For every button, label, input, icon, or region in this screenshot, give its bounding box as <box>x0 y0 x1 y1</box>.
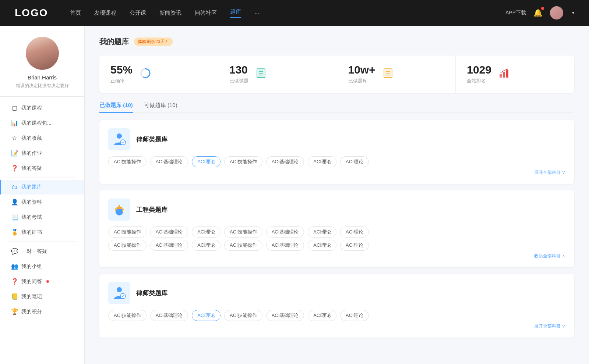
tag-2-1-2[interactable]: ACI理论 <box>192 240 221 251</box>
favorites-icon: ☆ <box>11 135 18 142</box>
tag-3-0[interactable]: ACI技能操作 <box>108 310 147 321</box>
tag-2-1-1[interactable]: ACI基础理论 <box>150 240 188 251</box>
tag-2-1-5[interactable]: ACI理论 <box>308 240 336 251</box>
sidebar-item-homework[interactable]: 📝 我的作业 <box>0 146 84 161</box>
tab-done-banks[interactable]: 已做题库 (10) <box>99 102 133 113</box>
navbar-right: APP下载 🔔 ▾ <box>505 6 574 19</box>
collapse-link-2[interactable]: 收起全部科目 ∧ <box>108 253 565 259</box>
tag-1-1[interactable]: ACI基础理论 <box>150 156 188 167</box>
tag-3-2[interactable]: ACI理论 <box>192 310 221 321</box>
tag-2-0-4[interactable]: ACI基础理论 <box>266 226 304 238</box>
sidebar: Brian Harris 错误的决定比没有决定要好 ▢ 我的课程 📊 我的课程包… <box>0 26 85 364</box>
svg-point-16 <box>117 133 122 139</box>
tag-2-1-0[interactable]: ACI技能操作 <box>108 240 147 251</box>
myqa-icon: ❓ <box>11 278 18 285</box>
sidebar-item-mycourse[interactable]: ▢ 我的课程 <box>0 100 84 115</box>
mypoints-icon: 🏆 <box>11 308 18 315</box>
tag-2-0-3[interactable]: ACI技能操作 <box>224 226 262 238</box>
tag-3-1[interactable]: ACI基础理论 <box>150 310 188 321</box>
sidebar-item-mycoursepack[interactable]: 📊 我的课程包... <box>0 115 84 131</box>
mygroup-icon: 👥 <box>11 263 18 270</box>
nav-news[interactable]: 新闻资讯 <box>159 10 181 17</box>
tag-3-4[interactable]: ACI基础理论 <box>266 310 304 321</box>
tag-3-6[interactable]: ACI理论 <box>340 310 369 321</box>
avatar-image <box>550 6 563 19</box>
nav-menu: 首页 发现课程 公开课 新闻资讯 问答社区 题库 ··· <box>70 8 505 18</box>
nav-discover[interactable]: 发现课程 <box>94 10 116 17</box>
user-avatar[interactable] <box>550 6 563 19</box>
bank-card-3-tags: ACI技能操作 ACI基础理论 ACI理论 ACI技能操作 ACI基础理论 AC… <box>108 310 565 321</box>
bank-card-1-title: 律师类题库 <box>136 135 167 144</box>
sidebar-item-questionbank[interactable]: 🗂 我的题库 <box>0 180 84 195</box>
main-content: 我的题库 体验剩余23天！ 55% 正确率 130 <box>85 26 589 364</box>
app-download-button[interactable]: APP下载 <box>505 10 526 16</box>
svg-rect-13 <box>503 72 505 78</box>
tag-2-1-6[interactable]: ACI理论 <box>340 240 369 251</box>
tag-3-5[interactable]: ACI理论 <box>308 310 336 321</box>
avatar-dropdown-arrow[interactable]: ▾ <box>572 10 574 15</box>
sidebar-item-myprofile[interactable]: 👤 我的资料 <box>0 195 84 210</box>
tag-2-1-3[interactable]: ACI技能操作 <box>224 240 262 251</box>
stat-done-banks: 10w+ 已做题库 <box>337 56 456 93</box>
profile-motto: 错误的决定比没有决定要好 <box>16 83 69 89</box>
sidebar-item-myqa[interactable]: ❓ 我的问答 <box>0 274 84 289</box>
bank-card-2-tags-row1: ACI技能操作 ACI基础理论 ACI理论 ACI技能操作 ACI基础理论 AC… <box>108 226 565 238</box>
stat-accuracy-label: 正确率 <box>110 78 133 84</box>
stat-accuracy: 55% 正确率 <box>99 56 218 93</box>
avatar-image <box>26 37 59 70</box>
stat-done-questions: 130 已做试题 <box>218 56 337 93</box>
expand-link-1[interactable]: 展开全部科目 ∨ <box>108 169 565 176</box>
tag-2-0-1[interactable]: ACI基础理论 <box>150 226 188 238</box>
nav-home[interactable]: 首页 <box>70 10 81 17</box>
sidebar-item-1on1[interactable]: 💬 一对一答疑 <box>0 244 84 259</box>
expand-link-3[interactable]: 展开全部科目 ∨ <box>108 323 565 329</box>
tag-1-0[interactable]: ACI技能操作 <box>108 156 147 167</box>
stat-done-banks-icon <box>383 68 393 81</box>
sidebar-divider-1 <box>7 178 77 178</box>
sidebar-item-mygroup[interactable]: 👥 我的小组 <box>0 259 84 274</box>
tag-1-3[interactable]: ACI技能操作 <box>224 156 262 167</box>
svg-rect-14 <box>506 70 508 78</box>
bank-card-2-tags-row2: ACI技能操作 ACI基础理论 ACI理论 ACI技能操作 ACI基础理论 AC… <box>108 240 565 251</box>
sidebar-item-qa[interactable]: ❓ 我的答疑 <box>0 161 84 176</box>
svg-point-21 <box>117 287 122 292</box>
bank-card-2: 工程类题库 ACI技能操作 ACI基础理论 ACI理论 ACI技能操作 ACI基… <box>99 190 574 267</box>
stat-accuracy-icon <box>140 68 151 81</box>
bank-card-3: 律师类题库 ACI技能操作 ACI基础理论 ACI理论 ACI技能操作 ACI基… <box>99 274 574 338</box>
stat-done-banks-label: 已做题库 <box>348 78 375 84</box>
navbar: LOGO 首页 发现课程 公开课 新闻资讯 问答社区 题库 ··· APP下载 … <box>0 0 589 26</box>
tag-1-2[interactable]: ACI理论 <box>192 156 221 167</box>
nav-more[interactable]: ··· <box>254 10 259 16</box>
stat-done-banks-value: 10w+ <box>348 64 375 75</box>
nav-opencourse[interactable]: 公开课 <box>130 10 146 17</box>
sidebar-item-favorites[interactable]: ☆ 我的收藏 <box>0 131 84 146</box>
profile-name: Brian Harris <box>28 74 57 81</box>
homework-icon: 📝 <box>11 150 18 157</box>
bank-card-1-icon <box>108 128 130 150</box>
sidebar-item-exam[interactable]: 📃 我的考试 <box>0 210 84 225</box>
nav-qa[interactable]: 问答社区 <box>195 10 217 17</box>
tag-2-0-6[interactable]: ACI理论 <box>340 226 369 238</box>
tabs-row: 已做题库 (10) 可做题库 (10) <box>99 102 574 113</box>
tag-1-6[interactable]: ACI理论 <box>340 156 369 167</box>
tab-available-banks[interactable]: 可做题库 (10) <box>144 102 177 113</box>
tag-2-0-0[interactable]: ACI技能操作 <box>108 226 147 238</box>
nav-questionbank[interactable]: 题库 <box>230 8 241 18</box>
tag-3-3[interactable]: ACI技能操作 <box>224 310 262 321</box>
bank-card-3-icon <box>108 282 130 304</box>
tag-2-0-2[interactable]: ACI理论 <box>192 226 221 238</box>
tag-2-0-5[interactable]: ACI理论 <box>308 226 336 238</box>
tag-1-5[interactable]: ACI理论 <box>308 156 336 167</box>
stat-done-questions-value: 130 <box>229 64 248 75</box>
mycourse-icon: ▢ <box>11 104 18 111</box>
stat-rank-value: 1029 <box>467 64 491 75</box>
sidebar-item-mypoints[interactable]: 🏆 我的积分 <box>0 304 84 319</box>
sidebar-item-mynotes[interactable]: 📒 我的笔记 <box>0 289 84 304</box>
sidebar-item-certificate[interactable]: 🏅 我的证书 <box>0 225 84 240</box>
mycoursepack-icon: 📊 <box>11 119 18 126</box>
tag-2-1-4[interactable]: ACI基础理论 <box>266 240 304 251</box>
main-container: Brian Harris 错误的决定比没有决定要好 ▢ 我的课程 📊 我的课程包… <box>0 26 589 364</box>
notification-bell[interactable]: 🔔 <box>533 8 543 17</box>
bell-icon: 🔔 <box>533 9 543 17</box>
tag-1-4[interactable]: ACI基础理论 <box>266 156 304 167</box>
